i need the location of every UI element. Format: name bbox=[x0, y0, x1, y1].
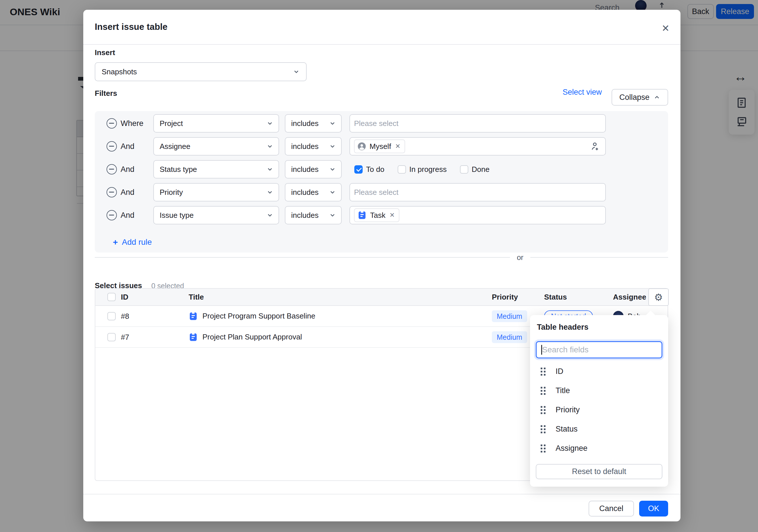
rule-value-input-wrap: Myself ✕ bbox=[349, 137, 606, 155]
select-all-checkbox[interactable] bbox=[107, 293, 116, 301]
field-label: Status bbox=[556, 425, 578, 434]
rule-conjunction: And bbox=[121, 211, 153, 220]
issue-type-chip[interactable]: Task ✕ bbox=[354, 208, 399, 222]
filters-section-label: Filters bbox=[95, 89, 117, 98]
field-item-title[interactable]: Title bbox=[530, 381, 668, 400]
chip-label: Myself bbox=[369, 142, 391, 151]
plus-icon: + bbox=[113, 237, 118, 247]
rule-operator-value: includes bbox=[291, 188, 318, 197]
rule-value-input-wrap bbox=[349, 183, 606, 201]
rule-operator-select[interactable]: includes bbox=[285, 114, 342, 133]
chevron-down-icon bbox=[329, 143, 336, 150]
rule-operator-select[interactable]: includes bbox=[285, 206, 342, 224]
rule-field-select[interactable]: Assignee bbox=[153, 137, 279, 155]
row-title-cell: Project Plan Support Approval bbox=[189, 333, 302, 342]
rule-operator-select[interactable]: includes bbox=[285, 160, 342, 179]
remove-rule-icon[interactable] bbox=[107, 187, 117, 197]
rule-conjunction: And bbox=[121, 142, 153, 151]
checkbox-todo[interactable]: To do bbox=[354, 165, 385, 174]
column-header-status: Status bbox=[544, 293, 567, 302]
column-header-assignee: Assignee bbox=[613, 293, 646, 302]
field-label: Priority bbox=[556, 406, 580, 415]
field-item-priority[interactable]: Priority bbox=[530, 400, 668, 419]
priority-badge: Medium bbox=[492, 331, 527, 343]
priority-badge: Medium bbox=[492, 310, 527, 322]
search-fields-input[interactable] bbox=[542, 345, 657, 354]
chevron-down-icon bbox=[266, 143, 273, 150]
table-settings-button[interactable]: ⚙ bbox=[648, 288, 669, 306]
rule-field-select[interactable]: Issue type bbox=[153, 206, 279, 224]
remove-rule-icon[interactable] bbox=[107, 118, 117, 129]
filter-rule-status-type: And Status type includes To do bbox=[102, 160, 668, 179]
dialog-title: Insert issue table bbox=[95, 22, 167, 32]
rule-value-input[interactable] bbox=[354, 119, 600, 128]
rule-field-value: Status type bbox=[160, 165, 197, 174]
rule-value-input[interactable] bbox=[354, 188, 600, 197]
row-checkbox[interactable] bbox=[107, 333, 116, 341]
rule-value-input-wrap bbox=[349, 114, 606, 133]
table-headers-popup: Table headers ID Title Priority Status bbox=[530, 315, 668, 487]
cancel-button[interactable]: Cancel bbox=[589, 501, 634, 516]
collapse-label: Collapse bbox=[619, 93, 649, 102]
remove-rule-icon[interactable] bbox=[107, 141, 117, 151]
checkbox-checked[interactable] bbox=[354, 165, 362, 174]
chip-label: Task bbox=[370, 211, 385, 220]
checkbox-done[interactable]: Done bbox=[460, 165, 490, 174]
row-title-cell: Project Program Support Baseline bbox=[189, 312, 315, 321]
ok-button[interactable]: OK bbox=[639, 501, 668, 516]
close-icon[interactable]: ✕ bbox=[659, 22, 672, 34]
row-title: Project Program Support Baseline bbox=[202, 312, 315, 320]
field-item-status[interactable]: Status bbox=[530, 419, 668, 439]
chevron-down-icon bbox=[266, 120, 273, 127]
field-label: Assignee bbox=[556, 444, 587, 453]
rule-field-value: Priority bbox=[160, 188, 183, 197]
dialog-header: Insert issue table ✕ bbox=[83, 10, 680, 45]
filter-rule-issue-type: And Issue type includes bbox=[102, 206, 668, 224]
chevron-down-icon bbox=[266, 189, 273, 196]
or-divider: or bbox=[95, 253, 668, 262]
chevron-down-icon bbox=[329, 212, 336, 219]
checkbox-in-progress[interactable]: In progress bbox=[398, 165, 447, 174]
rule-field-value: Project bbox=[160, 119, 183, 128]
assignee-chip[interactable]: Myself ✕ bbox=[354, 140, 405, 153]
drag-handle-icon[interactable] bbox=[541, 445, 545, 452]
row-id: #8 bbox=[121, 312, 129, 320]
rule-field-select[interactable]: Status type bbox=[153, 160, 279, 179]
chevron-down-icon bbox=[293, 68, 300, 75]
field-item-id[interactable]: ID bbox=[530, 362, 668, 381]
chip-remove-icon[interactable]: ✕ bbox=[395, 143, 400, 150]
remove-rule-icon[interactable] bbox=[107, 210, 117, 220]
checkbox-unchecked[interactable] bbox=[398, 165, 406, 174]
task-icon bbox=[358, 211, 367, 220]
field-item-assignee[interactable]: Assignee bbox=[530, 439, 668, 458]
collapse-button[interactable]: Collapse bbox=[611, 89, 668, 106]
add-rule-link[interactable]: + Add rule bbox=[113, 237, 152, 247]
rule-conjunction: Where bbox=[121, 119, 153, 128]
rule-conjunction: And bbox=[121, 188, 153, 197]
rule-field-select[interactable]: Priority bbox=[153, 183, 279, 201]
chip-remove-icon[interactable]: ✕ bbox=[389, 212, 395, 219]
task-icon bbox=[189, 312, 198, 321]
row-title: Project Plan Support Approval bbox=[202, 333, 302, 342]
insert-type-select[interactable]: Snapshots bbox=[95, 62, 307, 81]
drag-handle-icon[interactable] bbox=[541, 368, 545, 376]
drag-handle-icon[interactable] bbox=[541, 425, 545, 433]
filter-rules-panel: Where Project includes And Assignee bbox=[95, 111, 668, 252]
checkbox-unchecked[interactable] bbox=[460, 165, 468, 174]
add-person-icon[interactable] bbox=[590, 142, 600, 151]
row-checkbox[interactable] bbox=[107, 312, 116, 320]
field-label: ID bbox=[556, 367, 563, 376]
task-icon bbox=[189, 333, 198, 342]
chevron-down-icon bbox=[329, 166, 336, 173]
reset-to-default-button[interactable]: Reset to default bbox=[536, 464, 662, 479]
rule-operator-select[interactable]: includes bbox=[285, 183, 342, 201]
select-view-link[interactable]: Select view bbox=[559, 88, 602, 97]
rule-field-select[interactable]: Project bbox=[153, 114, 279, 133]
column-header-title: Title bbox=[189, 293, 204, 302]
remove-rule-icon[interactable] bbox=[107, 164, 117, 175]
drag-handle-icon[interactable] bbox=[541, 387, 545, 395]
rule-operator-select[interactable]: includes bbox=[285, 137, 342, 155]
drag-handle-icon[interactable] bbox=[541, 406, 545, 414]
column-header-priority: Priority bbox=[492, 293, 518, 302]
insert-type-value: Snapshots bbox=[102, 67, 137, 76]
